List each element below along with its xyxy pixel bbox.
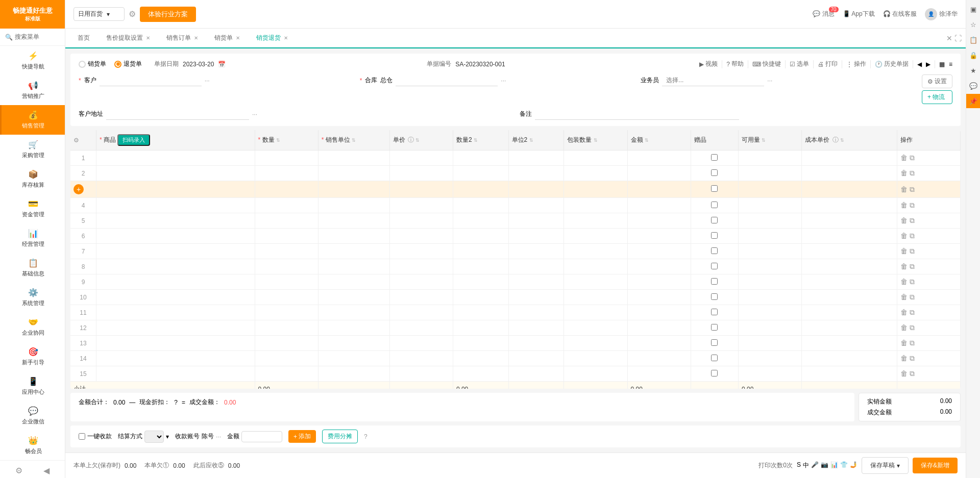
delete-btn-5[interactable]: 🗑 <box>900 216 908 225</box>
sidebar-item-guide[interactable]: 🎯 新手引导 <box>0 342 65 371</box>
delete-btn-13[interactable]: 🗑 <box>900 339 908 347</box>
next-record-icon[interactable]: ▶ <box>926 61 930 68</box>
gift-checkbox-14[interactable] <box>711 355 718 361</box>
address-input[interactable] <box>106 108 249 120</box>
sidebar-collapse-btn[interactable]: ◀ <box>43 466 50 475</box>
gift-checkbox-12[interactable] <box>711 324 718 331</box>
sidebar-item-inventory[interactable]: 📦 库存核算 <box>0 164 65 194</box>
cost-cell-1[interactable] <box>802 150 897 166</box>
price-info-icon[interactable]: ⓘ <box>408 136 414 143</box>
scan-enter-btn[interactable]: 扫码录入 <box>117 134 150 146</box>
user-profile[interactable]: 👤 徐泽华 <box>925 8 958 20</box>
copy-btn-10[interactable]: ⧉ <box>910 293 915 301</box>
tab-sale-close[interactable]: ✕ <box>236 35 240 41</box>
unit-cell-2[interactable] <box>318 166 389 181</box>
radio-return[interactable]: 退货单 <box>114 60 142 68</box>
warehouse-select-btn[interactable]: ··· <box>501 77 506 84</box>
qty-cell-2[interactable] <box>255 166 318 181</box>
copy-btn-8[interactable]: ⧉ <box>910 262 915 271</box>
taskbar-icon-1[interactable]: S <box>797 461 801 470</box>
sidebar-item-wechat[interactable]: 💬 企业微信 <box>0 401 65 431</box>
delete-btn-9[interactable]: 🗑 <box>900 278 908 286</box>
copy-btn-9[interactable]: ⧉ <box>910 278 915 286</box>
tab-sale[interactable]: 销货单 ✕ <box>206 29 248 48</box>
delete-btn-10[interactable]: 🗑 <box>900 293 908 301</box>
save-new-btn[interactable]: 保存&新增 <box>913 458 958 473</box>
logistics-btn[interactable]: + 物流 <box>922 90 952 104</box>
qty2-sort-icon[interactable]: ⇅ <box>474 138 478 143</box>
sidebar-settings-btn[interactable]: ⚙ <box>15 466 22 475</box>
copy-btn-7[interactable]: ⧉ <box>910 247 915 256</box>
copy-btn-14[interactable]: ⧉ <box>910 354 915 363</box>
delete-btn-1[interactable]: 🗑 <box>900 154 908 162</box>
qty2-cell-3[interactable] <box>453 181 508 198</box>
message-notif[interactable]: 💬 70 消息 <box>813 10 834 18</box>
copy-btn-5[interactable]: ⧉ <box>910 216 915 225</box>
available-cell-3[interactable] <box>739 181 802 198</box>
amount-cell-3[interactable] <box>627 181 691 198</box>
tab-order[interactable]: 销售订单 ✕ <box>158 29 206 48</box>
delete-btn-2[interactable]: 🗑 <box>900 169 908 178</box>
sidebar-item-marketing[interactable]: 📢 营销推广 <box>0 76 65 105</box>
sidebar-item-apps[interactable]: 📱 应用中心 <box>0 371 65 401</box>
delete-btn-12[interactable]: 🗑 <box>900 323 908 332</box>
copy-btn-3[interactable]: ⧉ <box>910 185 915 194</box>
gift-checkbox-10[interactable] <box>711 293 718 300</box>
qty-cell-3[interactable] <box>255 181 318 198</box>
rs-btn-6[interactable]: 💬 <box>966 79 980 93</box>
pack-sort-icon[interactable]: ⇅ <box>594 138 598 143</box>
actions-btn[interactable]: ⋮ 操作 <box>846 60 866 68</box>
unit-sort-icon[interactable]: ⇅ <box>352 138 356 143</box>
copy-btn-11[interactable]: ⧉ <box>910 308 915 317</box>
gift-checkbox-5[interactable] <box>711 217 718 223</box>
experience-btn[interactable]: 体验行业方案 <box>140 7 196 22</box>
product-cell-2[interactable] <box>96 166 255 181</box>
sidebar-item-basic[interactable]: 📋 基础信息 <box>0 253 65 283</box>
available-cell-2[interactable] <box>739 166 802 181</box>
delete-btn-14[interactable]: 🗑 <box>900 354 908 363</box>
copy-btn-15[interactable]: ⧉ <box>910 369 915 378</box>
settings-btn[interactable]: ⚙ 设置 <box>922 74 952 88</box>
save-draft-btn[interactable]: 保存草稿 ▾ <box>862 457 909 474</box>
delete-btn-8[interactable]: 🗑 <box>900 262 908 271</box>
sidebar-item-system[interactable]: ⚙️ 系统管理 <box>0 283 65 312</box>
unit2-cell-2[interactable] <box>508 166 564 181</box>
select-btn[interactable]: ☑ 选单 <box>790 60 809 68</box>
staff-select-btn[interactable]: ··· <box>767 77 772 84</box>
settings-gear-icon[interactable]: ⚙ <box>129 9 136 19</box>
cost-cell-3[interactable] <box>802 181 897 198</box>
qty-sort-icon[interactable]: ⇅ <box>276 138 280 143</box>
history-btn[interactable]: 🕐 历史单据 <box>875 60 909 68</box>
list-view-icon[interactable]: ≡ <box>949 61 952 68</box>
customer-select-btn[interactable]: ··· <box>205 77 210 84</box>
rs-btn-5[interactable]: ★ <box>966 63 980 78</box>
delete-btn-15[interactable]: 🗑 <box>900 369 908 378</box>
calc-help-icon[interactable]: ? <box>174 399 178 406</box>
tab-return-close[interactable]: ✕ <box>284 35 288 41</box>
sidebar-item-purchase[interactable]: 🛒 采购管理 <box>0 135 65 164</box>
rs-btn-7[interactable]: 📌 <box>966 94 980 108</box>
add-payment-btn[interactable]: + 添加 <box>288 430 316 443</box>
delete-btn-7[interactable]: 🗑 <box>900 247 908 256</box>
sidebar-item-member[interactable]: 👑 畅会员 <box>0 431 65 460</box>
shortcut-btn[interactable]: ⌨ 快捷键 <box>752 60 781 68</box>
sidebar-item-enterprise[interactable]: 🤝 企业协同 <box>0 312 65 342</box>
unit-cell-3[interactable] <box>318 181 389 198</box>
gift-checkbox-2[interactable] <box>711 169 718 176</box>
pack-cell-1[interactable] <box>564 150 627 166</box>
app-download-link[interactable]: 📱 App下载 <box>843 10 875 18</box>
print-btn[interactable]: 🖨 打印 <box>818 60 838 68</box>
tab-close-all-icon[interactable]: ✕ <box>946 34 952 42</box>
sidebar-item-sales[interactable]: 💰 销售管理 <box>0 105 65 135</box>
available-cell-1[interactable] <box>739 150 802 166</box>
tab-home[interactable]: 首页 <box>69 29 98 48</box>
industry-selector[interactable]: 日用百货 ▾ <box>74 7 125 21</box>
tab-price[interactable]: 售价提取设置 ✕ <box>98 29 158 48</box>
available-sort-icon[interactable]: ⇅ <box>762 138 766 143</box>
taskbar-icon-2[interactable]: 中 <box>803 461 809 470</box>
sidebar-item-quick[interactable]: ⚡ 快捷导航 <box>0 46 65 76</box>
product-cell-3[interactable] <box>96 181 255 198</box>
copy-btn-6[interactable]: ⧉ <box>910 232 915 240</box>
note-input[interactable] <box>535 108 739 120</box>
gift-checkbox-15[interactable] <box>711 370 718 376</box>
